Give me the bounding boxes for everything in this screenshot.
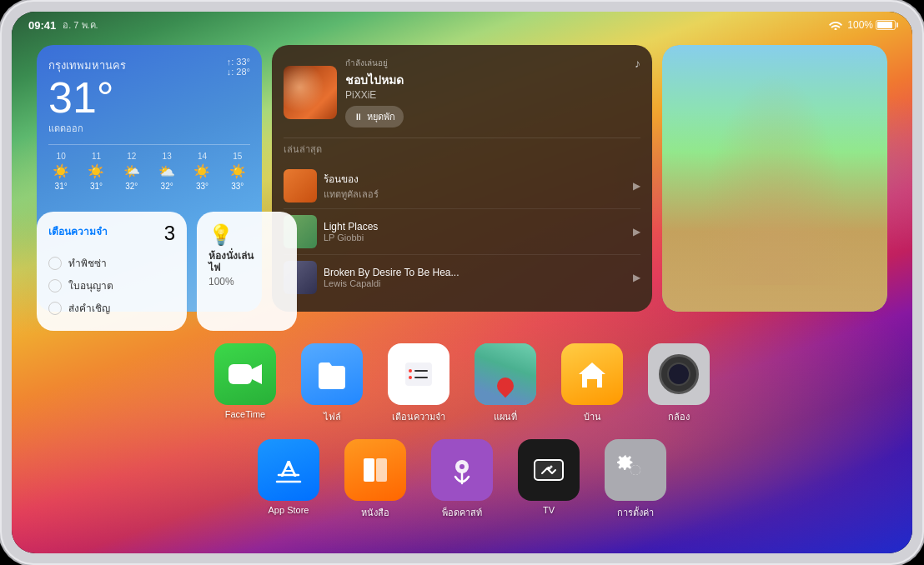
settings-label: การตั้งค่า [617, 505, 654, 520]
files-icon [301, 343, 363, 405]
photos-widget[interactable] [662, 45, 887, 312]
queue-art-1 [284, 169, 317, 202]
queue-item-1[interactable]: ร้อนของ แทตทูคัลเลอร์ ▶ [284, 163, 640, 209]
music-widget[interactable]: กำลังเล่นอยู่ ชอบไปหมด PiXXiE ⏸ หยุดพัก … [272, 45, 652, 312]
light-bulb-icon: 💡 [208, 223, 234, 247]
reminder-text-1: ทำพิชซ่า [68, 255, 107, 271]
app-icon-home[interactable]: บ้าน [561, 343, 623, 424]
queue-info-2: Light Places LP Giobbi [324, 221, 626, 242]
reminders-header: เตือนความจำ 3 [48, 223, 175, 243]
music-note-icon: ♪ [635, 57, 640, 70]
queue-info-1: ร้อนของ แทตทูคัลเลอร์ [324, 171, 626, 202]
ipad-frame: 09:41 อ. 7 พ.ค. 100% [0, 0, 924, 565]
svg-rect-13 [364, 458, 374, 482]
podcasts-label: พ็อดคาสท์ [442, 505, 482, 520]
maps-icon [475, 343, 536, 405]
app-icon-appstore[interactable]: A App Store [258, 439, 319, 520]
reminder-item-2: ใบอนุญาต [48, 274, 175, 297]
app-icon-facetime[interactable]: FaceTime [214, 343, 276, 424]
reminder-item-1: ทำพิชซ่า [48, 252, 175, 274]
forecast-day-3: 12 🌤️ 32° [119, 152, 144, 191]
forecast-day-1: 10 ☀️ 31° [48, 152, 73, 191]
facetime-icon [214, 343, 276, 405]
battery-icon [876, 20, 896, 30]
music-title: ชอบไปหมด [345, 71, 640, 89]
forecast-day-5: 14 ☀️ 33° [189, 152, 214, 191]
app-icon-settings[interactable]: การตั้งค่า [605, 439, 666, 520]
svg-point-3 [409, 369, 412, 372]
reminders-widget[interactable]: เตือนความจำ 3 ทำพิชซ่า ใบอนุญาต ส่งคำเชิ… [37, 212, 187, 331]
books-icon [344, 439, 406, 501]
facetime-label: FaceTime [225, 409, 266, 419]
apps-row1: FaceTime ไฟล์ [12, 343, 912, 424]
svg-point-20 [550, 466, 553, 468]
music-status-label: กำลังเล่นอยู่ [345, 57, 640, 69]
app-icon-books[interactable]: หนังสือ [344, 439, 406, 520]
status-time: 09:41 [28, 19, 56, 32]
queue-play-icon-3: ▶ [633, 272, 640, 283]
queue-title-1: ร้อนของ [324, 171, 626, 187]
music-now-playing: กำลังเล่นอยู่ ชอบไปหมด PiXXiE ⏸ หยุดพัก … [284, 57, 640, 128]
weather-high: ↑: 33° [227, 57, 250, 67]
weather-forecast: 10 ☀️ 31° 11 ☀️ 31° 12 🌤️ 32° [48, 144, 250, 191]
settings-icon [605, 439, 666, 501]
books-label: หนังสือ [361, 505, 389, 520]
svg-rect-14 [376, 458, 387, 482]
music-queue-label: เล่นล่าสุด [284, 138, 640, 157]
queue-item-2[interactable]: Light Places LP Giobbi ▶ [284, 209, 640, 255]
maps-label: แผนที่ [494, 409, 517, 424]
queue-artist-2: LP Giobbi [324, 232, 626, 242]
svg-rect-6 [414, 377, 428, 378]
svg-point-5 [409, 376, 412, 379]
pause-label: หยุดพัก [367, 109, 395, 124]
queue-item-3[interactable]: Broken By Desire To Be Hea... Lewis Capa… [284, 255, 640, 300]
svg-rect-2 [405, 362, 432, 386]
music-pause-button[interactable]: ⏸ หยุดพัก [345, 106, 404, 128]
svg-marker-1 [252, 364, 262, 384]
battery-container: 100% [847, 19, 896, 31]
home-label: บ้าน [584, 409, 601, 424]
tv-label: TV [543, 505, 555, 515]
reminders-app-label: เตือนความจำ [392, 409, 445, 424]
weather-highlow: ↑: 33° ↓: 28° [227, 57, 250, 77]
queue-artist-3: Lewis Capaldi [324, 278, 626, 288]
reminders-count: 3 [164, 223, 175, 243]
reminders-title: เตือนความจำ [48, 223, 108, 239]
reminder-text-2: ใบอนุญาต [68, 278, 113, 293]
queue-play-icon-2: ▶ [633, 226, 640, 238]
queue-play-icon-1: ▶ [633, 180, 640, 192]
reminder-circle-2 [48, 279, 62, 292]
app-icon-podcasts[interactable]: พ็อดคาสท์ [431, 439, 493, 520]
light-room-name: ห้องนั่งเล่นไฟ [208, 250, 254, 274]
podcasts-icon [431, 439, 493, 501]
widgets-row2: เตือนความจำ 3 ทำพิชซ่า ใบอนุญาต ส่งคำเชิ… [37, 212, 297, 331]
wifi-icon [829, 20, 842, 30]
queue-title-2: Light Places [324, 221, 626, 232]
weather-temp: 31° [48, 76, 250, 119]
forecast-day-2: 11 ☀️ 31° [83, 152, 108, 191]
weather-low: ↓: 28° [227, 67, 250, 77]
status-bar: 09:41 อ. 7 พ.ค. 100% [12, 12, 912, 38]
queue-title-3: Broken By Desire To Be Hea... [324, 267, 626, 278]
svg-point-22 [630, 465, 640, 475]
app-icon-camera[interactable]: กล้อง [648, 343, 710, 424]
app-icon-files[interactable]: ไฟล์ [301, 343, 363, 424]
svg-point-16 [459, 464, 465, 469]
app-icon-reminders[interactable]: เตือนความจำ [388, 343, 449, 424]
appstore-label: App Store [269, 505, 309, 515]
reminder-circle-3 [48, 302, 62, 315]
tv-icon [518, 439, 580, 501]
status-date: อ. 7 พ.ค. [63, 18, 98, 32]
camera-lens-inner [667, 362, 690, 386]
status-right: 100% [829, 19, 896, 31]
reminders-app-icon [388, 343, 449, 405]
music-album-art [284, 66, 337, 119]
app-icon-tv[interactable]: TV [518, 439, 580, 520]
reminder-circle-1 [48, 257, 62, 270]
reminder-text-3: ส่งคำเชิญ [68, 300, 110, 316]
reminder-item-3: ส่งคำเชิญ [48, 297, 175, 319]
light-widget[interactable]: 💡 ห้องนั่งเล่นไฟ 100% [197, 212, 297, 331]
queue-info-3: Broken By Desire To Be Hea... Lewis Capa… [324, 267, 626, 288]
app-icon-maps[interactable]: แผนที่ [475, 343, 536, 424]
queue-artist-1: แทตทูคัลเลอร์ [324, 187, 626, 202]
